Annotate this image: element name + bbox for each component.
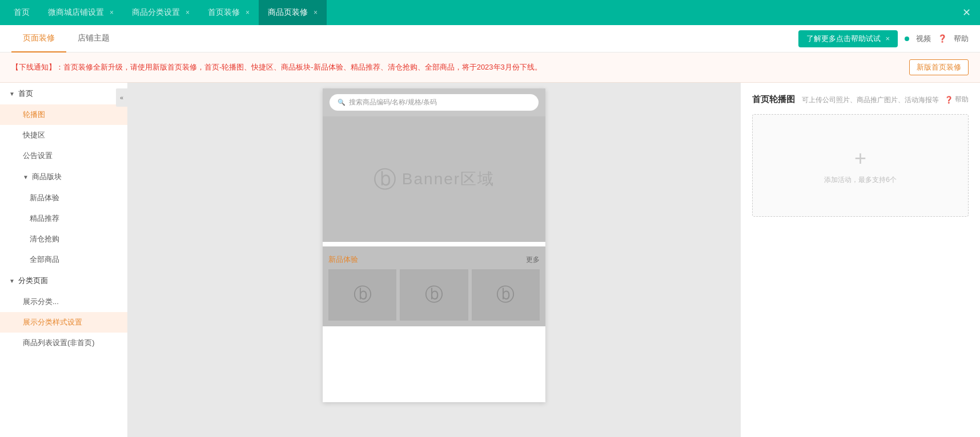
banner-text: Banner区域 [402,168,495,190]
preview-area: 🔍 搜索商品编码/名称/规格/条码 ⓑ Banner区域 新品体验 更多 ⓑ [128,83,740,437]
upload-area[interactable]: + 添加活动，最多支持6个 [752,114,969,217]
help-banner-text: 了解更多点击帮助试试 [806,34,881,44]
product-section: 新品体验 更多 ⓑ ⓑ ⓑ [323,246,545,326]
tab-close-homepage[interactable]: × [246,9,250,17]
tab-homepage-decor[interactable]: 首页装修 × [199,0,259,25]
help-right: 了解更多点击帮助试试 × 视频 ❓ 帮助 [798,30,969,47]
sidebar-item-clearance[interactable]: 清仓抢购 [0,229,127,249]
product-card-2: ⓑ [400,269,468,321]
right-panel-title: 首页轮播图 [752,94,795,104]
main-layout: « ▼ 首页 轮播图 快捷区 公告设置 ▼ 商品版块 新品体验 精品推荐 清仓抢… [0,83,980,437]
new-homepage-decor-button[interactable]: 新版首页装修 [909,59,969,75]
banner-logo: ⓑ Banner区域 [373,164,495,195]
sub-tabs: 页面装修 店铺主题 [11,25,121,52]
tab-close-product[interactable]: × [314,9,318,17]
sidebar: « ▼ 首页 轮播图 快捷区 公告设置 ▼ 商品版块 新品体验 精品推荐 清仓抢… [0,83,128,437]
sidebar-section-homepage[interactable]: ▼ 首页 [0,83,127,104]
sidebar-item-show-category[interactable]: 展示分类... [0,292,127,312]
more-link[interactable]: 更多 [526,255,540,265]
tab-close-category[interactable]: × [186,9,190,17]
search-icon: 🔍 [338,99,346,106]
arrow-homepage: ▼ [9,91,15,97]
help-label[interactable]: 帮助 [954,34,969,44]
tab-store-theme[interactable]: 店铺主题 [66,25,121,52]
sidebar-section-homepage-label: 首页 [18,88,33,99]
tab-store-settings[interactable]: 微商城店铺设置 × [39,0,123,25]
window-close-button[interactable]: ✕ [958,6,975,19]
upload-text: 添加活动，最多支持6个 [824,175,897,185]
product-grid: ⓑ ⓑ ⓑ [328,269,540,321]
help-banner-close[interactable]: × [885,34,890,43]
right-panel-title-area: 首页轮播图 可上传公司照片、商品推广图片、活动海报等 [752,94,939,105]
sidebar-item-notice[interactable]: 公告设置 [0,145,127,166]
tab-home[interactable]: 首页 [5,0,39,25]
sub-tab-bar: 页面装修 店铺主题 了解更多点击帮助试试 × 视频 ❓ 帮助 [0,25,980,52]
product-section-header: 新品体验 更多 [328,252,540,269]
arrow-product-block: ▼ [23,174,29,180]
sidebar-item-product-block[interactable]: ▼ 商品版块 [0,166,127,188]
sidebar-item-category-style[interactable]: 展示分类样式设置 [0,312,127,333]
sidebar-section-category[interactable]: ▼ 分类页面 [0,270,127,292]
right-panel-help[interactable]: ❓ 帮助 [945,95,969,104]
phone-frame: 🔍 搜索商品编码/名称/规格/条码 ⓑ Banner区域 新品体验 更多 ⓑ [323,88,545,402]
sidebar-item-banner[interactable]: 轮播图 [0,104,127,125]
sidebar-item-product-list[interactable]: 商品列表设置(非首页) [0,333,127,353]
help-dot [905,37,909,41]
upload-plus-icon: + [854,147,866,171]
tab-product-decor[interactable]: 商品页装修 × [259,0,327,25]
phone-search-bar: 🔍 搜索商品编码/名称/规格/条码 [323,88,545,116]
right-panel: 首页轮播图 可上传公司照片、商品推广图片、活动海报等 ❓ 帮助 + 添加活动，最… [740,83,980,437]
sidebar-item-new-product[interactable]: 新品体验 [0,188,127,208]
tab-category-settings[interactable]: 商品分类设置 × [123,0,199,25]
help-video-link[interactable]: 视频 [916,34,931,44]
right-panel-subtitle: 可上传公司照片、商品推广图片、活动海报等 [802,96,939,104]
right-panel-header: 首页轮播图 可上传公司照片、商品推广图片、活动海报等 ❓ 帮助 [752,94,969,105]
sidebar-item-shortcut[interactable]: 快捷区 [0,125,127,145]
phone-search-box[interactable]: 🔍 搜索商品编码/名称/规格/条码 [330,94,539,111]
tab-page-decor[interactable]: 页面装修 [11,25,66,52]
banner-area: ⓑ Banner区域 [323,116,545,242]
sidebar-collapse-button[interactable]: « [116,88,127,107]
help-question-icon: ❓ [945,96,953,104]
notice-text: 【下线通知】：首页装修全新升级，请使用新版首页装修，首页-轮播图、快捷区、商品板… [11,62,903,72]
help-icon: ❓ [938,34,947,43]
phone-search-placeholder: 搜索商品编码/名称/规格/条码 [349,98,437,107]
notice-bar: 【下线通知】：首页装修全新升级，请使用新版首页装修，首页-轮播图、快捷区、商品板… [0,52,980,83]
product-card-3: ⓑ [472,269,540,321]
product-card-1: ⓑ [328,269,396,321]
tab-bar: 首页 微商城店铺设置 × 商品分类设置 × 首页装修 × 商品页装修 × ✕ [0,0,980,25]
sidebar-section-category-label: 分类页面 [18,276,48,286]
help-banner[interactable]: 了解更多点击帮助试试 × [798,30,898,47]
sidebar-item-all-products[interactable]: 全部商品 [0,249,127,270]
new-product-title: 新品体验 [328,254,358,265]
tab-close-store[interactable]: × [110,9,114,17]
arrow-category: ▼ [9,278,15,284]
sidebar-item-featured[interactable]: 精品推荐 [0,208,127,229]
